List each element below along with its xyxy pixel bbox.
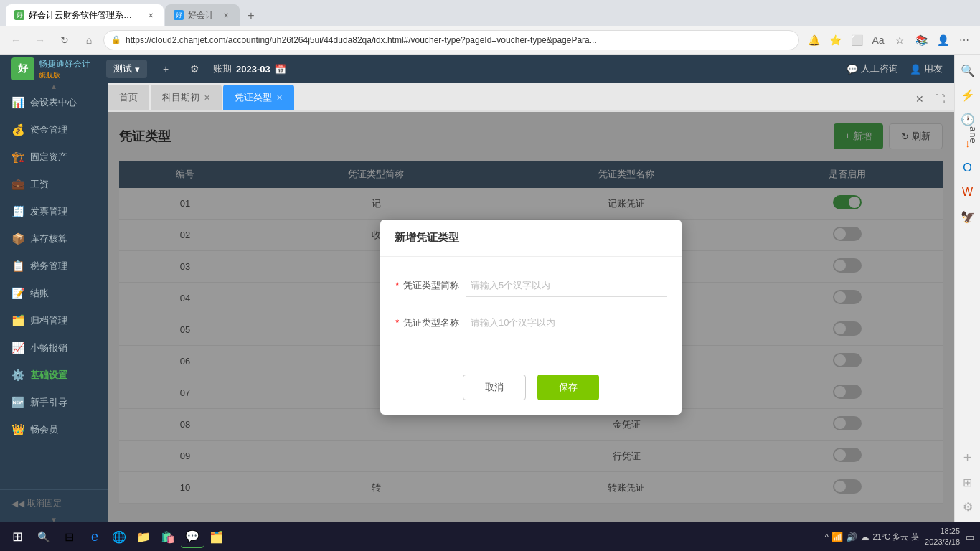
tab-home[interactable]: 首页 [108, 85, 149, 110]
home-button[interactable]: ⌂ [79, 30, 99, 50]
bookmark-button[interactable]: ⭐ [825, 30, 845, 50]
grid-sidebar-btn[interactable]: ⊞ [958, 472, 978, 492]
tab-expand-btn[interactable]: ⛶ [931, 90, 948, 108]
sidebar-scroll-up[interactable]: ▲ [0, 83, 108, 89]
inventory-icon: 📦 [11, 232, 24, 245]
tab-voucher-type[interactable]: 凭证类型 ✕ [223, 85, 294, 110]
toolbar-icons: 🔔 ⭐ ⬜ Aa ☆ 📚 👤 ⋯ [804, 30, 974, 50]
sidebar-item-capital[interactable]: 💰 资金管理 [0, 116, 108, 143]
taskbar-weixin-app[interactable]: 💬 [181, 525, 204, 548]
favorites-sidebar-btn[interactable]: ⚡ [958, 85, 978, 105]
more-button[interactable]: ⋯ [954, 30, 974, 50]
zoom-button[interactable]: Aa [868, 30, 888, 50]
user-label: 用友 [924, 62, 943, 75]
account-button[interactable]: 👤 [933, 30, 953, 50]
tab-favicon-1: 好 [14, 10, 24, 20]
taskbar-clock[interactable]: 18:25 2023/3/18 [925, 526, 960, 548]
name-input[interactable] [466, 311, 667, 334]
guide-icon: 🆕 [11, 396, 24, 409]
new-tab-button[interactable]: + [241, 6, 261, 26]
dashboard-icon: 📊 [11, 96, 24, 109]
cancel-label: 取消 [485, 382, 504, 392]
tab-subject[interactable]: 科目期初 ✕ [151, 85, 222, 110]
add-company-btn[interactable]: + [156, 59, 176, 79]
start-button[interactable]: ⊞ [6, 525, 29, 548]
app-body: ▲ 📊 会设表中心 💰 资金管理 🏗️ 固定资产 💼 工资 🧾 发票管理 [0, 83, 954, 522]
settings-header-btn[interactable]: ⚙ [184, 59, 204, 79]
taskbar-chrome-app[interactable]: 🌐 [108, 525, 131, 548]
assets-icon: 🏗️ [11, 151, 24, 164]
sidebar-item-invoice[interactable]: 🧾 发票管理 [0, 198, 108, 225]
sidebar-label-report: 小畅报销 [30, 342, 67, 354]
sidebar-item-settlement[interactable]: 📝 结账 [0, 280, 108, 307]
sidebar-label-assets: 固定资产 [30, 151, 67, 164]
tab-voucher-close[interactable]: ✕ [276, 93, 283, 103]
tray-chevron[interactable]: ^ [824, 532, 829, 542]
sidebar-item-salary[interactable]: 💼 工资 [0, 171, 108, 198]
sidebar-item-dashboard[interactable]: 📊 会设表中心 [0, 89, 108, 116]
sidebar-label-capital: 资金管理 [30, 123, 67, 136]
tray-volume[interactable]: 🔊 [846, 532, 857, 542]
taskbar-folder-app[interactable]: 🗂️ [205, 525, 228, 548]
plus-sidebar-btn[interactable]: + [958, 448, 978, 468]
sidebar-item-report[interactable]: 📈 小畅报销 [0, 334, 108, 362]
browser-tab-active[interactable]: 好 好会计云财务软件管理系统_会计 ✕ [6, 4, 164, 26]
sidebar-label-invoice: 发票管理 [30, 205, 67, 218]
browser-tab-inactive[interactable]: 好 好会计 ✕ [165, 4, 240, 26]
period-calendar-icon[interactable]: 📅 [275, 64, 286, 75]
sidebar-item-guide[interactable]: 🆕 新手引导 [0, 389, 108, 416]
outlook-sidebar-btn[interactable]: O [958, 158, 978, 178]
taskbar-search-btn[interactable]: 🔍 [32, 525, 55, 548]
sidebar-item-inventory[interactable]: 📦 库存核算 [0, 225, 108, 253]
extensions-button[interactable]: 🔔 [804, 30, 824, 50]
add-voucher-type-modal: 新增凭证类型 * 凭证类型简称 [380, 220, 682, 415]
settings-sidebar-btn[interactable]: ⚙ [958, 496, 978, 517]
taskbar-app-view[interactable]: ⊟ [57, 525, 80, 548]
show-desktop-btn[interactable]: ▭ [966, 532, 974, 542]
sidebar-item-archive[interactable]: 🗂️ 归档管理 [0, 307, 108, 334]
save-button[interactable]: 保存 [537, 375, 599, 400]
header-actions: 💬 人工咨询 👤 用友 [847, 62, 943, 75]
sidebar-label-member: 畅会员 [30, 423, 58, 436]
settlement-icon: 📝 [11, 287, 24, 300]
address-text: https://cloud2.chanjet.com/accounting/uh… [126, 35, 791, 45]
content-area: 凭证类型 + 新增 ↻ 刷新 编号 [108, 112, 954, 522]
taskbar-files-app[interactable]: 📁 [132, 525, 155, 548]
collections-button[interactable]: 📚 [911, 30, 931, 50]
taskbar-edge-app[interactable]: e [83, 525, 106, 548]
office-sidebar-btn[interactable]: W [958, 182, 978, 202]
search-sidebar-btn[interactable]: 🔍 [958, 60, 978, 80]
tab-close-1[interactable]: ✕ [146, 10, 155, 20]
period-label: 账期 [213, 62, 232, 75]
tools-sidebar-btn[interactable]: 🦅 [958, 207, 978, 227]
tab-groups-button[interactable]: ⬜ [847, 30, 867, 50]
abbr-input[interactable] [466, 274, 667, 297]
sidebar-item-member[interactable]: 👑 畅会员 [0, 416, 108, 443]
browser-tab-bar: 好 好会计云财务软件管理系统_会计 ✕ 好 好会计 ✕ + [0, 0, 980, 26]
sidebar-scroll-down[interactable]: ▼ [0, 517, 108, 522]
back-button[interactable]: ← [6, 30, 26, 50]
user-btn[interactable]: 👤 用友 [910, 62, 943, 75]
taskbar-store-app[interactable]: 🛍️ [156, 525, 179, 548]
language-indicator[interactable]: 英 [911, 532, 919, 542]
reload-button[interactable]: ↻ [55, 30, 75, 50]
abbr-required-mark: * [395, 280, 399, 291]
favorites-button[interactable]: ☆ [890, 30, 910, 50]
forward-button[interactable]: → [30, 30, 50, 50]
cancel-button[interactable]: 取消 [463, 375, 526, 400]
address-bar[interactable]: 🔒 https://cloud2.chanjet.com/accounting/… [103, 30, 799, 50]
consult-icon: 💬 [847, 64, 858, 75]
tab-minimize-btn[interactable]: ✕ [911, 90, 928, 108]
browser-chrome: 好 好会计云财务软件管理系统_会计 ✕ 好 好会计 ✕ + ← → ↻ ⌂ 🔒 … [0, 0, 980, 55]
tab-subject-close[interactable]: ✕ [204, 93, 210, 103]
consult-btn[interactable]: 💬 人工咨询 [847, 62, 898, 75]
sidebar-footer[interactable]: ◀◀ 取消固定 [0, 489, 108, 517]
company-selector[interactable]: 测试 ▾ [106, 60, 147, 78]
sidebar-item-tax[interactable]: 📋 税务管理 [0, 253, 108, 280]
sidebar-item-assets[interactable]: 🏗️ 固定资产 [0, 143, 108, 171]
sidebar-item-settings[interactable]: ⚙️ 基础设置 [0, 362, 108, 389]
taskbar-pinned-apps: e 🌐 📁 🛍️ 💬 🗂️ [83, 525, 228, 548]
tab-close-2[interactable]: ✕ [221, 10, 231, 20]
lock-icon: 🔒 [111, 35, 121, 44]
tray-network[interactable]: 📶 [831, 532, 843, 542]
